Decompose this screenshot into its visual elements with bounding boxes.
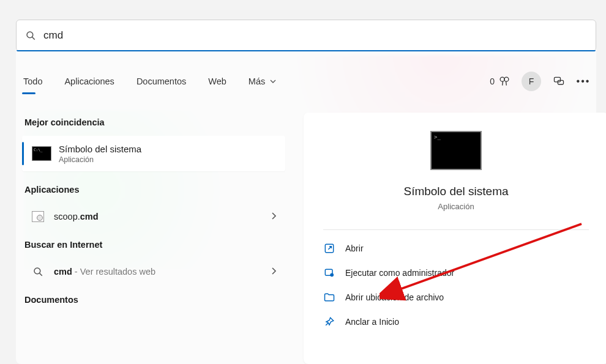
avatar[interactable]: F — [522, 72, 541, 91]
action-open[interactable]: Abrir — [304, 236, 606, 261]
script-file-icon — [32, 211, 44, 222]
medal-icon — [498, 75, 511, 87]
cmd-app-icon — [32, 146, 51, 161]
chevron-right-icon — [271, 267, 277, 277]
app-result-scoop-cmd[interactable]: scoop.cmd — [22, 203, 285, 230]
apps-section-label: Aplicaciones — [22, 171, 285, 203]
preview-panel: Símbolo del sistema Aplicación Abrir Eje… — [304, 113, 606, 364]
best-match-title: Símbolo del sistema — [59, 143, 141, 155]
preview-title: Símbolo del sistema — [304, 185, 606, 198]
open-icon — [323, 242, 335, 254]
svg-point-0 — [27, 32, 33, 38]
chevron-down-icon — [270, 76, 276, 86]
action-run-admin[interactable]: Ejecutar como administrador — [304, 261, 606, 285]
app-result-match: cmd — [80, 212, 99, 221]
tab-mas-label: Más — [249, 76, 265, 86]
more-button[interactable]: ••• — [577, 75, 590, 88]
divider — [323, 229, 589, 230]
rewards-points: 0 — [490, 76, 495, 86]
web-result-cmd[interactable]: cmd - Ver resultados web — [22, 258, 285, 285]
svg-point-6 — [34, 268, 40, 274]
search-icon — [31, 266, 45, 278]
search-input[interactable] — [43, 29, 587, 42]
cmd-app-icon — [430, 131, 482, 170]
action-open-location[interactable]: Abrir ubicación de archivo — [304, 285, 606, 310]
svg-line-7 — [40, 273, 42, 275]
web-result-suffix: - Ver resultados web — [72, 267, 155, 277]
tab-web[interactable]: Web — [207, 74, 228, 89]
svg-point-10 — [330, 273, 334, 277]
svg-point-2 — [500, 77, 504, 81]
web-result-query: cmd — [54, 267, 72, 277]
chevron-right-icon — [271, 212, 277, 221]
chat-icon[interactable] — [552, 75, 566, 88]
best-match-subtitle: Aplicación — [59, 155, 141, 164]
search-box[interactable] — [16, 20, 596, 51]
shield-admin-icon — [323, 267, 335, 279]
folder-icon — [323, 291, 335, 303]
svg-point-3 — [504, 77, 509, 81]
action-open-label: Abrir — [345, 243, 364, 253]
preview-subtitle: Aplicación — [304, 202, 606, 211]
svg-rect-4 — [555, 77, 561, 81]
docs-section-label: Documentos — [22, 285, 285, 313]
action-pin-start[interactable]: Anclar a Inicio — [304, 310, 606, 334]
rewards-button[interactable]: 0 — [490, 75, 511, 87]
best-match-label: Mejor coincidencia — [22, 113, 285, 136]
action-run-admin-label: Ejecutar como administrador — [345, 268, 454, 278]
tab-aplicaciones[interactable]: Aplicaciones — [63, 74, 115, 89]
search-panel: Todo Aplicaciones Documentos Web Más 0 F — [16, 20, 596, 364]
pin-icon — [323, 316, 335, 328]
action-pin-start-label: Anclar a Inicio — [345, 317, 399, 327]
web-section-label: Buscar en Internet — [22, 230, 285, 258]
svg-line-11 — [326, 323, 328, 325]
search-icon — [25, 30, 36, 41]
tab-todo[interactable]: Todo — [22, 74, 43, 89]
tab-mas[interactable]: Más — [247, 74, 277, 89]
filter-tabs: Todo Aplicaciones Documentos Web Más 0 F — [22, 67, 590, 95]
tab-documentos[interactable]: Documentos — [135, 74, 187, 89]
best-match-result[interactable]: Símbolo del sistema Aplicación — [22, 136, 285, 171]
svg-line-1 — [32, 37, 35, 40]
app-result-prefix: scoop. — [54, 212, 80, 221]
action-open-location-label: Abrir ubicación de archivo — [345, 292, 444, 302]
